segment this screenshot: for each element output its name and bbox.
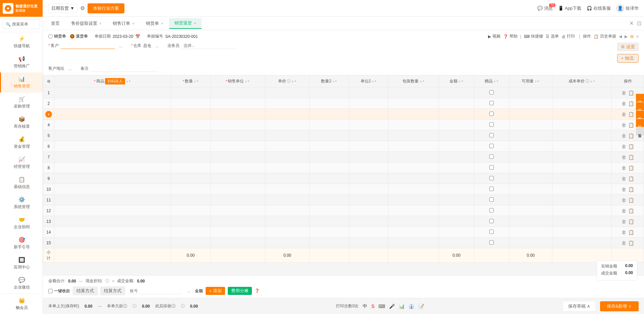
amount-cell-10[interactable] — [439, 184, 474, 195]
select-btn[interactable]: ☰ 选单 — [546, 34, 559, 39]
cost-price-cell-6[interactable] — [552, 141, 612, 152]
qty2-cell-13[interactable] — [309, 216, 349, 227]
unit-price-cell-1[interactable] — [265, 87, 310, 98]
unit-price-cell-8[interactable] — [265, 163, 310, 173]
cost-price-cell-5[interactable] — [552, 130, 612, 141]
product-cell-14[interactable] — [54, 227, 171, 238]
unit2-cell-12[interactable] — [349, 205, 388, 216]
product-cell-8[interactable] — [54, 163, 171, 173]
unit2-cell-3[interactable] — [349, 109, 388, 120]
package-qty-sort-icon[interactable]: ▲▼ — [419, 80, 425, 83]
package-qty-cell-8[interactable] — [388, 163, 439, 173]
quantity-cell-13[interactable] — [171, 216, 211, 227]
unit-price-cell-10[interactable] — [265, 184, 310, 195]
product-input-1[interactable] — [56, 90, 169, 95]
tab-sale-return-close[interactable]: × — [194, 21, 196, 25]
gift-cell-2[interactable] — [474, 98, 509, 109]
calc-method-btn2[interactable]: 结算方式 — [100, 287, 125, 295]
unit-price-cell-2[interactable] — [265, 98, 310, 109]
sidebar-item-purchase[interactable]: 🛒 采购管理 — [0, 92, 43, 113]
copy-icon-2[interactable]: 📋 — [628, 101, 634, 106]
product-input-4[interactable] — [56, 122, 169, 127]
gift-checkbox-9[interactable] — [489, 176, 494, 180]
unit-price-cell-4[interactable] — [265, 120, 310, 130]
amount-cell-12[interactable] — [439, 205, 474, 216]
unit2-cell-11[interactable] — [349, 195, 388, 205]
gift-cell-9[interactable] — [474, 173, 509, 184]
single-debt-info-icon[interactable]: ⓘ — [132, 303, 137, 309]
package-qty-cell-9[interactable] — [388, 173, 439, 184]
available-cell-14[interactable] — [509, 227, 552, 238]
gift-cell-1[interactable] — [474, 87, 509, 98]
copy-icon-1[interactable]: 📋 — [628, 90, 634, 96]
available-sort-icon[interactable]: ▲▼ — [534, 80, 540, 83]
gift-checkbox-5[interactable] — [489, 133, 494, 137]
product-sort-icon[interactable]: ▲▼ — [126, 80, 131, 83]
amount-cell-11[interactable] — [439, 195, 474, 205]
cost-price-cell-9[interactable] — [552, 173, 612, 184]
cost-price-cell-4[interactable] — [552, 120, 612, 130]
available-cell-2[interactable] — [509, 98, 552, 109]
package-qty-cell-5[interactable] — [388, 130, 439, 141]
qty2-cell-4[interactable] — [309, 120, 349, 130]
quantity-cell-8[interactable] — [171, 163, 211, 173]
online-service-button[interactable]: 🎧 在线客服 — [587, 5, 611, 11]
package-qty-cell-10[interactable] — [388, 184, 439, 195]
view-grid-icon[interactable]: ⊞ — [630, 34, 634, 39]
product-input-15[interactable] — [56, 240, 169, 245]
warehouse-select-btn[interactable]: ... — [153, 43, 161, 49]
quantity-cell-2[interactable] — [171, 98, 211, 109]
staff-input[interactable] — [181, 43, 236, 49]
sidebar-item-marketing[interactable]: 📢 营销推广 — [0, 52, 43, 72]
sale-unit-cell-14[interactable] — [210, 227, 265, 238]
available-cell-4[interactable] — [509, 120, 552, 130]
delete-icon-5[interactable]: 🗑 — [622, 133, 626, 138]
print-btn[interactable]: 🖨 打印 — [561, 34, 575, 39]
unit-price-cell-9[interactable] — [265, 173, 310, 184]
available-cell-13[interactable] — [509, 216, 552, 227]
add-logistics-button[interactable]: + 物流 — [617, 54, 639, 63]
th-settings[interactable]: ⚙ — [43, 75, 54, 87]
product-cell-5[interactable] — [54, 130, 171, 141]
unit2-cell-4[interactable] — [349, 120, 388, 130]
operate-btn[interactable]: ⋮ 操作 — [578, 34, 591, 39]
package-qty-cell-13[interactable] — [388, 216, 439, 227]
calendar-icon[interactable]: 📅 — [135, 34, 140, 39]
tab-sale-price[interactable]: 售价提取设置 × — [66, 18, 107, 28]
available-cell-5[interactable] — [509, 130, 552, 141]
amount-cell-14[interactable] — [439, 227, 474, 238]
sale-unit-cell-7[interactable] — [210, 152, 265, 163]
available-cell-6[interactable] — [509, 141, 552, 152]
quantity-cell-12[interactable] — [171, 205, 211, 216]
sidebar-item-member[interactable]: 👑 畅会员 — [0, 294, 43, 314]
quantity-cell-15[interactable] — [171, 238, 211, 248]
available-cell-3[interactable] — [509, 109, 552, 120]
account-input[interactable] — [128, 288, 182, 294]
available-cell-7[interactable] — [509, 152, 552, 163]
delete-icon-9[interactable]: 🗑 — [622, 176, 626, 181]
unit2-cell-8[interactable] — [349, 163, 388, 173]
gift-cell-14[interactable] — [474, 227, 509, 238]
taskbar-icon-3[interactable]: ⌨ — [378, 304, 385, 309]
product-input-2[interactable] — [56, 101, 169, 106]
gift-checkbox-15[interactable] — [489, 240, 494, 245]
sale-unit-sort-icon[interactable]: ▲▼ — [245, 80, 250, 83]
delete-icon-6[interactable]: 🗑 — [622, 144, 626, 149]
sidebar-item-operations[interactable]: 📈 经营管理 — [0, 153, 43, 173]
product-cell-4[interactable] — [54, 120, 171, 130]
sale-radio-input[interactable] — [48, 34, 53, 39]
taskbar-icon-7[interactable]: 📝 — [418, 304, 424, 309]
sale-unit-cell-3[interactable] — [210, 109, 265, 120]
package-qty-cell-6[interactable] — [388, 141, 439, 152]
qty2-cell-11[interactable] — [309, 195, 349, 205]
product-cell-6[interactable] — [54, 141, 171, 152]
copy-icon-4[interactable]: 📋 — [628, 122, 634, 128]
delete-icon-15[interactable]: 🗑 — [622, 240, 626, 246]
calc-method-btn[interactable]: 结算方式 — [73, 287, 98, 295]
gift-cell-12[interactable] — [474, 205, 509, 216]
unit-price-cell-13[interactable] — [265, 216, 310, 227]
nav-next-icon[interactable]: ▶ — [625, 34, 628, 39]
product-input-9[interactable] — [56, 176, 169, 181]
amount-cell-6[interactable] — [439, 141, 474, 152]
quantity-cell-3[interactable] — [171, 109, 211, 120]
